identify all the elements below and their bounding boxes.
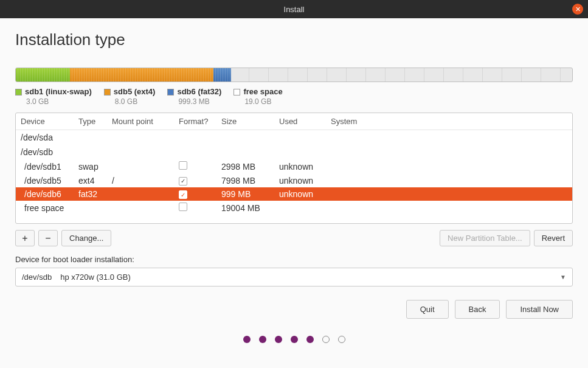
legend-name: sdb6 (fat32) — [177, 87, 221, 97]
format-checkbox[interactable]: ✓ — [179, 190, 187, 199]
partition-toolbar: + − Change... New Partition Table... Rev… — [15, 230, 573, 246]
legend-swatch-icon — [104, 89, 111, 95]
device-cell: /dev/sdb6 — [16, 187, 74, 201]
device-cell: /dev/sdb — [16, 145, 572, 159]
device-cell: free space — [16, 201, 74, 215]
install-button[interactable]: Install Now — [506, 300, 573, 319]
format-cell: ✓ — [174, 173, 216, 187]
partition-body: /dev/sda/dev/sdb/dev/sdb1swap2998 MBunkn… — [16, 130, 572, 224]
size-cell: 7998 MB — [216, 173, 274, 187]
legend-size: 3.0 GB — [26, 97, 92, 107]
progress-dots — [15, 336, 573, 343]
format-cell — [174, 201, 216, 215]
quit-button[interactable]: Quit — [406, 300, 449, 319]
col-size[interactable]: Size — [216, 113, 274, 130]
used-cell: unknown — [274, 173, 326, 187]
mount-cell — [107, 201, 174, 215]
window-title: Install — [284, 5, 305, 14]
format-cell — [174, 159, 216, 173]
partition-row[interactable]: /dev/sdb6fat32✓999 MBunknown — [16, 187, 572, 201]
format-checkbox[interactable] — [179, 203, 187, 211]
type-cell: ext4 — [74, 173, 107, 187]
mount-cell — [107, 159, 174, 173]
col-used[interactable]: Used — [274, 113, 326, 130]
legend-size: 999.3 MB — [178, 97, 221, 107]
partition-row[interactable]: /dev/sdb1swap2998 MBunknown — [16, 159, 572, 173]
revert-button[interactable]: Revert — [534, 230, 573, 246]
legend-swatch-icon — [233, 89, 240, 95]
col-type[interactable]: Type — [74, 113, 107, 130]
type-cell: swap — [74, 159, 107, 173]
format-cell: ✓ — [174, 187, 216, 201]
progress-dot-done — [243, 336, 251, 343]
boot-loader-device-combo[interactable]: /dev/sdb hp x720w (31.0 GB) ▼ — [15, 268, 573, 286]
format-checkbox[interactable]: ✓ — [179, 177, 187, 186]
device-cell: /dev/sdb5 — [16, 173, 74, 187]
remove-partition-button[interactable]: − — [38, 230, 58, 246]
used-cell: unknown — [274, 159, 326, 173]
segment-sdb6-fat32[interactable] — [213, 68, 231, 82]
progress-dot-upcoming — [338, 336, 345, 343]
chevron-down-icon: ▼ — [560, 274, 566, 280]
disk-legend: sdb1 (linux-swap)3.0 GBsdb5 (ext4)8.0 GB… — [15, 87, 573, 106]
mount-cell: / — [107, 173, 174, 187]
legend-name: free space — [243, 87, 282, 97]
new-partition-table-button[interactable]: New Partition Table... — [440, 230, 530, 246]
boot-device-desc: hp x720w (31.0 GB) — [60, 273, 131, 282]
size-cell: 2998 MB — [216, 159, 274, 173]
format-checkbox[interactable] — [179, 161, 187, 170]
legend-item[interactable]: sdb1 (linux-swap)3.0 GB — [15, 87, 92, 106]
disk-row[interactable]: /dev/sdb — [16, 145, 572, 159]
progress-dot-done — [259, 336, 266, 343]
type-cell: fat32 — [74, 187, 107, 201]
boot-device-path: /dev/sdb — [22, 273, 52, 282]
progress-dot-upcoming — [322, 336, 330, 343]
boot-loader-label: Device for boot loader installation: — [15, 255, 573, 264]
legend-name: sdb1 (linux-swap) — [25, 87, 92, 97]
segment-sdb5-ext4[interactable] — [70, 68, 213, 82]
legend-size: 8.0 GB — [115, 97, 156, 107]
partition-row[interactable]: /dev/sdb5ext4/✓7998 MBunknown — [16, 173, 572, 187]
col-mount[interactable]: Mount point — [107, 113, 174, 130]
back-button[interactable]: Back — [455, 300, 500, 319]
size-cell: 19004 MB — [216, 201, 274, 215]
col-format[interactable]: Format? — [174, 113, 216, 130]
legend-size: 19.0 GB — [244, 97, 282, 107]
page-title: Installation type — [15, 30, 573, 49]
system-cell — [326, 173, 572, 187]
col-device[interactable]: Device — [16, 113, 74, 130]
legend-item[interactable]: free space19.0 GB — [233, 87, 282, 106]
content: Installation type sdb1 (linux-swap)3.0 G… — [0, 18, 588, 368]
change-partition-button[interactable]: Change... — [61, 230, 111, 246]
device-cell: /dev/sda — [16, 130, 572, 145]
partition-row[interactable]: free space19004 MB — [16, 201, 572, 215]
close-icon[interactable]: ✕ — [572, 4, 583, 15]
partition-table: Device Type Mount point Format? Size Use… — [15, 113, 573, 224]
progress-dot-done — [291, 336, 298, 343]
system-cell — [326, 187, 572, 201]
system-cell — [326, 159, 572, 173]
legend-item[interactable]: sdb5 (ext4)8.0 GB — [104, 87, 156, 106]
legend-swatch-icon — [167, 89, 174, 95]
progress-dot-done — [275, 336, 282, 343]
add-partition-button[interactable]: + — [15, 230, 35, 246]
device-cell: /dev/sdb1 — [16, 159, 74, 173]
segment-sdb1-swap[interactable] — [16, 68, 70, 82]
used-cell — [274, 201, 326, 215]
titlebar: Install ✕ — [0, 0, 588, 18]
progress-dot-done — [306, 336, 314, 343]
used-cell: unknown — [274, 187, 326, 201]
col-system[interactable]: System — [326, 113, 572, 130]
disk-usage-bar[interactable] — [15, 68, 573, 82]
table-header-row: Device Type Mount point Format? Size Use… — [16, 113, 572, 130]
disk-row[interactable]: /dev/sda — [16, 130, 572, 145]
legend-item[interactable]: sdb6 (fat32)999.3 MB — [167, 87, 221, 106]
size-cell: 999 MB — [216, 187, 274, 201]
nav-buttons: Quit Back Install Now — [15, 300, 573, 319]
legend-swatch-icon — [15, 89, 22, 95]
type-cell — [74, 201, 107, 215]
system-cell — [326, 201, 572, 215]
mount-cell — [107, 187, 174, 201]
legend-name: sdb5 (ext4) — [114, 87, 156, 97]
